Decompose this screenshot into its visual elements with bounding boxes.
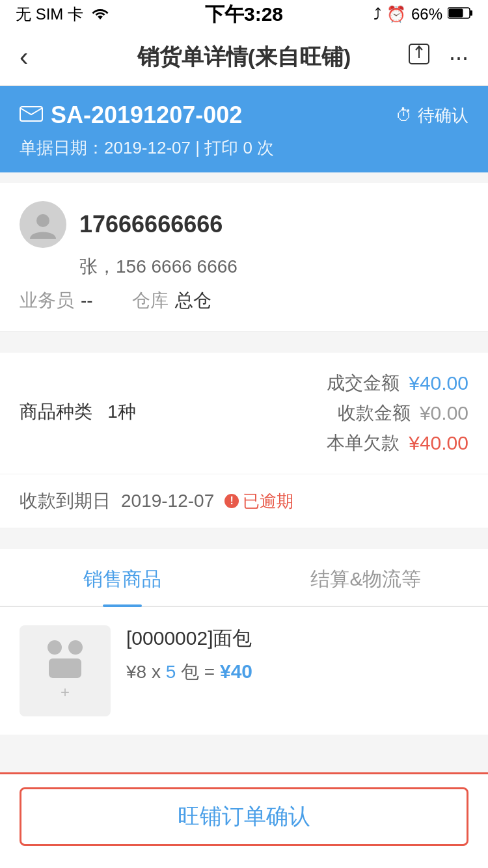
owl-eyes [47, 640, 83, 655]
owl-eye-left [47, 640, 62, 655]
customer-phone: 17666666666 [79, 211, 223, 238]
order-id-text: SA-20191207-002 [51, 102, 242, 129]
due-date-value: 2019-12-07 [121, 491, 214, 511]
confirm-order-button[interactable]: 旺铺订单确认 [20, 787, 468, 846]
product-price-row: ¥8 x 5 包 = ¥40 [126, 660, 468, 685]
warehouse-value: 总仓 [175, 288, 211, 313]
bottom-bar: 旺铺订单确认 [0, 772, 488, 868]
order-icon [20, 103, 43, 128]
due-date-label: 收款到期日 [20, 489, 111, 513]
received-row: 收款金额 ¥0.00 [338, 401, 468, 426]
status-bar: 无 SIM 卡 下午3:28 ⤴ ⏰ 66% [0, 0, 488, 29]
product-plus-icon: + [61, 683, 70, 701]
owed-value: ¥40.00 [409, 432, 468, 454]
svg-rect-2 [449, 9, 463, 18]
product-type-label: 商品种类 [20, 401, 92, 422]
order-header: SA-20191207-002 ⏱ 待确认 单据日期：2019-12-07 | … [0, 86, 488, 172]
price-multiply: x [152, 662, 166, 682]
svg-rect-1 [470, 10, 472, 16]
back-button[interactable]: ‹ [20, 42, 41, 72]
overdue-icon: ! [224, 494, 239, 508]
no-sim-text: 无 SIM 卡 [16, 4, 83, 25]
overdue-text: 已逾期 [243, 490, 293, 513]
product-info: [0000002]面包 ¥8 x 5 包 = ¥40 [126, 625, 468, 685]
product-thumb-inner: + [47, 640, 83, 701]
warehouse-item: 仓库 总仓 [132, 288, 211, 313]
location-icon: ⤴ [373, 5, 381, 23]
tab-bar: 销售商品 结算&物流等 [0, 549, 488, 607]
customer-contact: 张，156 6666 6666 [20, 254, 468, 279]
more-icon[interactable]: ··· [449, 44, 468, 71]
battery-text: 66% [411, 5, 442, 23]
product-total: ¥40 [220, 660, 252, 682]
product-list: + [0000002]面包 ¥8 x 5 包 = ¥40 [0, 607, 488, 735]
confirm-order-label: 旺铺订单确认 [178, 802, 310, 832]
tab-settlement-logistics[interactable]: 结算&物流等 [244, 549, 488, 606]
divider-1 [0, 332, 488, 342]
warehouse-label: 仓库 [132, 288, 169, 313]
due-date-row: 收款到期日 2019-12-07 ! 已逾期 [0, 474, 488, 528]
product-qty: 5 [166, 662, 176, 682]
order-date: 单据日期：2019-12-07 | 打印 0 次 [20, 137, 468, 159]
tab-sales-product[interactable]: 销售商品 [0, 549, 244, 606]
product-type-value: 1种 [107, 401, 136, 422]
customer-avatar [20, 201, 66, 248]
product-unit: 包 [181, 662, 199, 682]
product-item: + [0000002]面包 ¥8 x 5 包 = ¥40 [20, 625, 468, 716]
price-equals: = [204, 662, 220, 682]
salesperson-label: 业务员 [20, 288, 74, 313]
price-per-unit: ¥8 [126, 662, 146, 682]
order-status: ⏱ 待确认 [396, 104, 468, 127]
clock-icon: ⏱ [396, 105, 413, 126]
salesperson-value: -- [81, 290, 93, 311]
customer-meta: 业务员 -- 仓库 总仓 [20, 288, 468, 313]
product-type-item: 商品种类 1种 [20, 400, 327, 424]
status-bar-right: ⤴ ⏰ 66% [373, 5, 472, 23]
owed-row: 本单欠款 ¥40.00 [327, 431, 468, 455]
owl-eye-right [68, 640, 83, 655]
order-id: SA-20191207-002 [20, 102, 242, 129]
customer-card: 17666666666 张，156 6666 6666 业务员 -- 仓库 总仓 [0, 183, 488, 332]
nav-bar: ‹ 销货单详情(来自旺铺) ··· [0, 29, 488, 86]
status-bar-left: 无 SIM 卡 [16, 4, 109, 25]
page-title: 销货单详情(来自旺铺) [137, 42, 351, 72]
overdue-badge: ! 已逾期 [224, 490, 293, 513]
divider-2 [0, 528, 488, 539]
received-label: 收款金额 [338, 401, 411, 426]
deal-amount-value: ¥40.00 [409, 372, 468, 394]
summary-left: 商品种类 1种 [20, 371, 327, 455]
summary-card: 商品种类 1种 成交金额 ¥40.00 收款金额 ¥0.00 本单欠款 ¥40.… [0, 353, 488, 474]
deal-amount-row: 成交金额 ¥40.00 [327, 371, 468, 396]
share-icon[interactable] [407, 42, 431, 72]
nav-actions: ··· [407, 42, 468, 72]
customer-top: 17666666666 [20, 201, 468, 248]
summary-right: 成交金额 ¥40.00 收款金额 ¥0.00 本单欠款 ¥40.00 [327, 371, 468, 455]
deal-amount-label: 成交金额 [327, 371, 400, 396]
status-bar-time: 下午3:28 [205, 1, 283, 28]
battery-icon [448, 5, 472, 23]
owed-label: 本单欠款 [327, 431, 400, 455]
wifi-icon [91, 5, 109, 23]
product-thumbnail: + [20, 625, 111, 716]
product-name: [0000002]面包 [126, 625, 468, 652]
received-value: ¥0.00 [420, 402, 468, 424]
order-id-row: SA-20191207-002 ⏱ 待确认 [20, 102, 468, 129]
svg-point-6 [36, 214, 49, 227]
owl-body [49, 658, 81, 678]
salesperson-item: 业务员 -- [20, 288, 93, 313]
order-status-text: 待确认 [418, 104, 468, 127]
alarm-icon: ⏰ [386, 5, 406, 23]
